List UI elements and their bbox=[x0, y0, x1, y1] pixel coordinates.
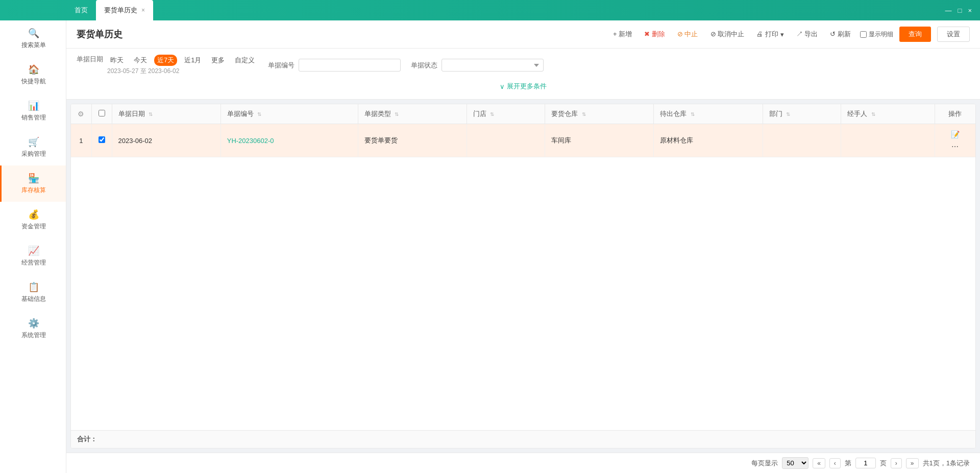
quick-nav-icon: 🏠 bbox=[28, 64, 39, 75]
date-option-custom[interactable]: 自定义 bbox=[232, 55, 258, 66]
date-option-today[interactable]: 今天 bbox=[131, 55, 150, 66]
total-info: 共1页，1条记录 bbox=[923, 459, 970, 468]
inventory-icon: 🏪 bbox=[28, 173, 39, 184]
total-label: 合计： bbox=[77, 435, 97, 443]
date-filter-group: 单据日期 昨天 今天 近7天 近1月 更多 自定义 2023-05-27 至 2… bbox=[77, 55, 258, 76]
col-date: 单据日期 ⇅ bbox=[112, 104, 220, 124]
row-settings: 1 bbox=[71, 124, 91, 157]
col-dept: 部门 ⇅ bbox=[763, 104, 841, 124]
row-edit-btn[interactable]: 📝 bbox=[949, 128, 961, 140]
stop-button[interactable]: ⊘ 中止 bbox=[674, 28, 701, 41]
display-detail-checkbox[interactable] bbox=[860, 31, 867, 38]
table-row: 1 2023-06-02 YH-20230602-0 要货单要货 车间库 原材料… bbox=[71, 124, 975, 157]
sidebar-item-quick-nav[interactable]: 🏠 快捷导航 bbox=[0, 57, 66, 93]
purchase-icon: 🛒 bbox=[28, 136, 39, 148]
window-close-btn[interactable]: × bbox=[968, 7, 972, 14]
col-req-warehouse: 要货仓库 ⇅ bbox=[545, 104, 654, 124]
sort-date-icon[interactable]: ⇅ bbox=[149, 111, 153, 117]
refresh-button[interactable]: ↺ 刷新 bbox=[827, 28, 854, 41]
delete-button[interactable]: ✖ 删除 bbox=[641, 28, 668, 41]
window-minimize-btn[interactable]: — bbox=[945, 7, 952, 14]
footer-bar: 合计： bbox=[71, 430, 975, 448]
system-icon: ⚙️ bbox=[28, 318, 39, 329]
sort-no-icon[interactable]: ⇅ bbox=[257, 111, 261, 117]
col-pending-warehouse: 待出仓库 ⇅ bbox=[654, 104, 763, 124]
display-detail-toggle[interactable]: 显示明细 bbox=[860, 30, 893, 39]
row-more-btn[interactable]: ⋯ bbox=[949, 140, 961, 153]
col-no: 单据编号 ⇅ bbox=[220, 104, 358, 124]
gear-icon[interactable]: ⚙ bbox=[78, 110, 84, 118]
cancel-stop-button[interactable]: ⊘ 取消中止 bbox=[707, 28, 748, 41]
row-checkbox[interactable] bbox=[99, 136, 105, 143]
sort-dept-icon[interactable]: ⇅ bbox=[786, 111, 790, 117]
last-page-btn[interactable]: » bbox=[906, 458, 919, 468]
row-operations: 📝 ⋯ bbox=[935, 124, 975, 157]
sidebar-item-sales[interactable]: 📊 销售管理 bbox=[0, 93, 66, 129]
export-button[interactable]: ↗ 导出 bbox=[793, 28, 821, 41]
tab-close-icon[interactable]: × bbox=[141, 7, 145, 14]
page-header: 要货单历史 + 新增 ✖ 删除 ⊘ 中止 ⊘ 取消中止 🖨 打印 ▾ bbox=[66, 20, 980, 49]
date-option-1month[interactable]: 近1月 bbox=[181, 55, 204, 66]
row-pending-warehouse: 原材料仓库 bbox=[654, 124, 763, 157]
date-options-row: 昨天 今天 近7天 近1月 更多 自定义 bbox=[107, 55, 258, 66]
prev-page-btn[interactable]: ‹ bbox=[829, 458, 841, 468]
col-store: 门店 ⇅ bbox=[467, 104, 545, 124]
top-bar: 首页 要货单历史 × — □ × bbox=[0, 0, 980, 20]
top-bar-right: — □ × bbox=[945, 7, 980, 14]
basic-info-icon: 📋 bbox=[28, 281, 39, 293]
search-menu-icon: 🔍 bbox=[28, 28, 39, 39]
row-no: YH-20230602-0 bbox=[220, 124, 358, 157]
print-dropdown-icon: ▾ bbox=[780, 31, 784, 38]
table-wrapper: ⚙ 单据日期 ⇅ 单据编号 ⇅ bbox=[70, 104, 976, 448]
query-button[interactable]: 查询 bbox=[899, 27, 931, 42]
date-option-yesterday[interactable]: 昨天 bbox=[107, 55, 127, 66]
order-no-filter-group: 单据编号 bbox=[268, 59, 401, 72]
first-page-btn[interactable]: « bbox=[813, 458, 825, 468]
status-label: 单据状态 bbox=[411, 61, 437, 70]
sidebar-item-inventory[interactable]: 🏪 库存核算 bbox=[0, 165, 66, 202]
print-button[interactable]: 🖨 打印 ▾ bbox=[753, 28, 787, 41]
pagination-bar: 每页显示 50 20 100 « ‹ 第 页 › » 共1页，1条记录 bbox=[66, 453, 980, 473]
tab-home[interactable]: 首页 bbox=[66, 0, 96, 20]
sidebar-item-purchase[interactable]: 🛒 采购管理 bbox=[0, 129, 66, 165]
row-dept bbox=[763, 124, 841, 157]
status-select[interactable] bbox=[442, 59, 544, 72]
sort-req-wh-icon[interactable]: ⇅ bbox=[582, 111, 586, 117]
setting-button[interactable]: 设置 bbox=[937, 27, 970, 42]
sort-handler-icon[interactable]: ⇅ bbox=[871, 111, 875, 117]
sales-icon: 📊 bbox=[28, 100, 39, 111]
sidebar-item-operations[interactable]: 📈 经营管理 bbox=[0, 238, 66, 274]
date-option-7days[interactable]: 近7天 bbox=[154, 55, 177, 66]
sidebar-item-basic-info[interactable]: 📋 基础信息 bbox=[0, 274, 66, 311]
content-area: 要货单历史 + 新增 ✖ 删除 ⊘ 中止 ⊘ 取消中止 🖨 打印 ▾ bbox=[66, 20, 980, 473]
date-filter-label: 单据日期 bbox=[77, 55, 103, 64]
expand-more-icon: ∨ bbox=[500, 83, 505, 90]
order-no-label: 单据编号 bbox=[268, 61, 295, 70]
table-container: ⚙ 单据日期 ⇅ 单据编号 ⇅ bbox=[71, 104, 975, 430]
order-no-input[interactable] bbox=[299, 59, 401, 72]
next-page-btn[interactable]: › bbox=[891, 458, 902, 468]
sidebar-item-system[interactable]: ⚙️ 系统管理 bbox=[0, 311, 66, 347]
page-suffix: 页 bbox=[880, 459, 887, 468]
page-title: 要货单历史 bbox=[77, 28, 122, 40]
col-settings[interactable]: ⚙ bbox=[71, 104, 91, 124]
toolbar: + 新增 ✖ 删除 ⊘ 中止 ⊘ 取消中止 🖨 打印 ▾ ↗ 导出 bbox=[610, 27, 970, 42]
col-handler: 经手人 ⇅ bbox=[841, 104, 935, 124]
sidebar-item-finance[interactable]: 💰 资金管理 bbox=[0, 202, 66, 238]
page-input[interactable] bbox=[855, 458, 876, 468]
sort-pending-wh-icon[interactable]: ⇅ bbox=[691, 111, 695, 117]
add-button[interactable]: + 新增 bbox=[610, 28, 635, 41]
sort-store-icon[interactable]: ⇅ bbox=[490, 111, 494, 117]
sort-type-icon[interactable]: ⇅ bbox=[395, 111, 399, 117]
window-maximize-btn[interactable]: □ bbox=[958, 7, 962, 14]
expand-more-btn[interactable]: ∨ 展开更多条件 bbox=[77, 80, 970, 93]
date-option-more[interactable]: 更多 bbox=[208, 55, 228, 66]
filter-row-1: 单据日期 昨天 今天 近7天 近1月 更多 自定义 2023-05-27 至 2… bbox=[77, 55, 970, 76]
per-page-select[interactable]: 50 20 100 bbox=[782, 457, 808, 469]
tab-history[interactable]: 要货单历史 × bbox=[96, 0, 153, 20]
sidebar-item-search-menu[interactable]: 🔍 搜索菜单 bbox=[0, 20, 66, 57]
row-store bbox=[467, 124, 545, 157]
row-no-link[interactable]: YH-20230602-0 bbox=[227, 137, 274, 145]
select-all-checkbox[interactable] bbox=[99, 110, 105, 116]
row-req-warehouse: 车间库 bbox=[545, 124, 654, 157]
